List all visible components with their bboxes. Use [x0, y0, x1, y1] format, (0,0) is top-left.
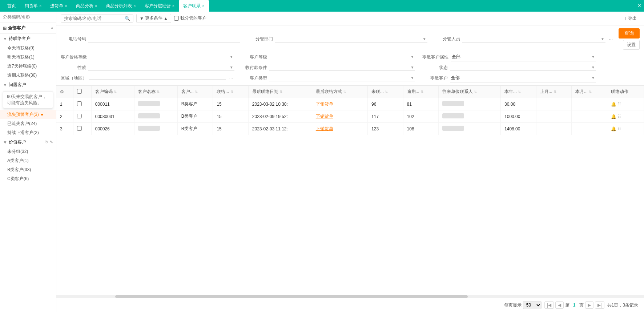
cell-checkbox[interactable]	[73, 98, 91, 110]
sidebar-item-churn-warning[interactable]: 流失预警客户(3) ●	[0, 110, 56, 119]
cell-checkbox[interactable]	[73, 123, 91, 135]
nav-home[interactable]: 首页	[3, 0, 20, 12]
filter-customer-type-select[interactable]: ▼	[269, 75, 415, 81]
th-last-date[interactable]: 最后联络日期 ⇅	[248, 86, 312, 98]
th-overdue-days[interactable]: 逾期... ⇅	[403, 86, 439, 98]
horizontal-scrollbar[interactable]	[56, 295, 644, 298]
row-checkbox[interactable]	[77, 114, 82, 118]
export-button[interactable]: ↑ 导出	[621, 14, 640, 23]
window-close-button[interactable]: ×	[638, 3, 641, 9]
cell-name	[134, 123, 177, 135]
filter-price-tier-select[interactable]: ▼	[89, 54, 234, 60]
row-checkbox[interactable]	[77, 126, 82, 131]
filter-phone-input[interactable]	[88, 35, 240, 43]
region-more-icon[interactable]: ···	[228, 76, 234, 81]
th-this-month[interactable]: 本月... ⇅	[572, 86, 607, 98]
th-this-year[interactable]: 本年... ⇅	[501, 86, 536, 98]
filter-retail-customer-select[interactable]: 全部 ▼	[450, 74, 596, 82]
more-icon[interactable]: ···	[608, 37, 614, 42]
sidebar-search-input[interactable]	[3, 15, 56, 20]
sidebar-item-tier-b[interactable]: B类客户(33)	[0, 165, 56, 174]
filter-dept-select[interactable]: ▼	[275, 36, 427, 42]
th-name[interactable]: 客户名称 ⇅	[134, 86, 177, 98]
more-filter-btn[interactable]: ▼ 更多条件 ▲	[136, 14, 171, 23]
query-button[interactable]: 查询	[619, 28, 640, 39]
my-customers-checkbox[interactable]: 我分管的客户	[174, 15, 206, 21]
sidebar-item-ungrouped[interactable]: 未分组(32)	[0, 147, 56, 156]
collapse-icon[interactable]: «	[51, 26, 53, 30]
last-page-button[interactable]: ▶|	[595, 301, 604, 309]
footer: 每页显示 20 50 100 |◀ ◀ 第 1 页 ▶ ▶| 共1页，3条记录	[56, 298, 644, 312]
close-purchase-order[interactable]: ×	[65, 4, 67, 8]
cell-last-method[interactable]: 下销货单	[312, 110, 367, 123]
refresh-icon[interactable]: ↻	[45, 140, 48, 145]
filter-retail-attr-select[interactable]: 全部 ▼	[451, 53, 596, 61]
sort-icon-6: ⇅	[343, 90, 346, 94]
nav-sales-order[interactable]: 销货单 ×	[20, 0, 46, 12]
my-customers-check-input[interactable]	[174, 16, 179, 21]
close-product-analysis-list[interactable]: ×	[133, 4, 136, 8]
first-page-button[interactable]: |◀	[544, 301, 554, 309]
top-nav: 首页 销货单 × 进货单 × 商品分析 × 商品分析列表 × 客户分层经营 × …	[0, 0, 644, 12]
filter-customer-tier-select[interactable]: ▼	[269, 54, 415, 60]
contact-action-icon[interactable]: 🔔	[611, 114, 616, 119]
sidebar-item-tomorrow-pending[interactable]: 明天待联络(1)	[0, 53, 56, 62]
cell-last-method[interactable]: 下销货单	[312, 123, 367, 135]
settings-button[interactable]: 设置	[623, 40, 640, 50]
search-submit-icon[interactable]: 🔍	[125, 16, 130, 21]
close-sales-order[interactable]: ×	[39, 4, 41, 8]
th-last-method[interactable]: 最后联络方式 ⇅	[312, 86, 367, 98]
th-uncontact-days[interactable]: 未联... ⇅	[368, 86, 403, 98]
sidebar-item-today-pending[interactable]: 今天待联络(0)	[0, 44, 56, 53]
row-checkbox[interactable]	[77, 101, 82, 106]
sidebar-item-tier-a[interactable]: A类客户(1)	[0, 156, 56, 165]
th-settings[interactable]: ⚙	[56, 86, 73, 98]
page-size-select[interactable]: 20 50 100	[523, 301, 542, 309]
nav-purchase-order[interactable]: 进货单 ×	[46, 0, 71, 12]
close-product-analysis[interactable]: ×	[95, 4, 97, 8]
nav-customer-contact[interactable]: 客户联系 ×	[179, 0, 209, 12]
nav-customer-tier[interactable]: 客户分层经营 ×	[140, 0, 179, 12]
next-page-button[interactable]: ▶	[585, 301, 593, 309]
filter-nature-select[interactable]: ▼	[88, 64, 234, 71]
chevron-down-icon-6: ▼	[230, 65, 233, 69]
sidebar-item-churned[interactable]: 已流失客户(24)	[0, 119, 56, 128]
th-last-month[interactable]: 上月... ⇅	[536, 86, 572, 98]
contact-method-link[interactable]: 下销货单	[316, 101, 333, 106]
contact-method-link[interactable]: 下销货单	[316, 126, 333, 131]
sidebar-item-7days-pending[interactable]: 近7天待联络(0)	[0, 62, 56, 71]
sidebar-item-declining[interactable]: 持续下滑客户(2)	[0, 128, 56, 137]
sidebar-all-customers[interactable]: ⊞ 全部客户 «	[0, 23, 56, 34]
filter-region-select[interactable]	[89, 77, 226, 80]
sidebar-group-value[interactable]: ▼ 价值客户 ↻ ✎	[0, 137, 56, 147]
contact-method-link[interactable]: 下销货单	[316, 114, 333, 119]
th-contact-count[interactable]: 联络... ⇅	[213, 86, 249, 98]
close-customer-contact[interactable]: ×	[202, 4, 204, 8]
more-action-icon[interactable]: ⠿	[618, 126, 621, 131]
th-checkbox[interactable]	[73, 86, 91, 98]
filter-payment-select[interactable]: ▼	[269, 64, 415, 71]
sidebar-group-pending[interactable]: ▼ 待联络客户	[0, 34, 56, 44]
more-action-icon[interactable]: ⠿	[618, 114, 621, 119]
filter-manager-select[interactable]: ▼	[462, 36, 605, 42]
th-customer-type[interactable]: 客户... ⇅	[177, 86, 213, 98]
sidebar-item-overdue[interactable]: 逾期未联络(30)	[0, 71, 56, 80]
nav-product-analysis-list[interactable]: 商品分析列表 ×	[101, 0, 140, 12]
contact-action-icon[interactable]: 🔔	[611, 102, 616, 107]
more-action-icon[interactable]: ⠿	[618, 102, 621, 107]
cell-checkbox[interactable]	[73, 110, 91, 123]
sidebar-group-problem[interactable]: ▼ 问题客户	[0, 80, 56, 90]
contact-action-icon[interactable]: 🔔	[611, 126, 616, 131]
edit-icon[interactable]: ✎	[50, 140, 53, 145]
sidebar-item-tier-c[interactable]: C类客户(6)	[0, 174, 56, 183]
prev-page-button[interactable]: ◀	[555, 301, 564, 309]
select-all-checkbox[interactable]	[77, 89, 82, 94]
close-customer-tier[interactable]: ×	[172, 4, 174, 8]
th-contact-person[interactable]: 往来单位联系人 ⇅	[439, 86, 501, 98]
search-input[interactable]	[64, 16, 125, 21]
filter-status-select[interactable]: ▼	[450, 64, 596, 71]
nav-product-analysis[interactable]: 商品分析 ×	[72, 0, 101, 12]
th-code[interactable]: 客户编码 ⇅	[91, 86, 134, 98]
filter-customer-tier: 客户等级 ▼	[242, 54, 415, 60]
cell-last-method[interactable]: 下销货单	[312, 98, 367, 110]
